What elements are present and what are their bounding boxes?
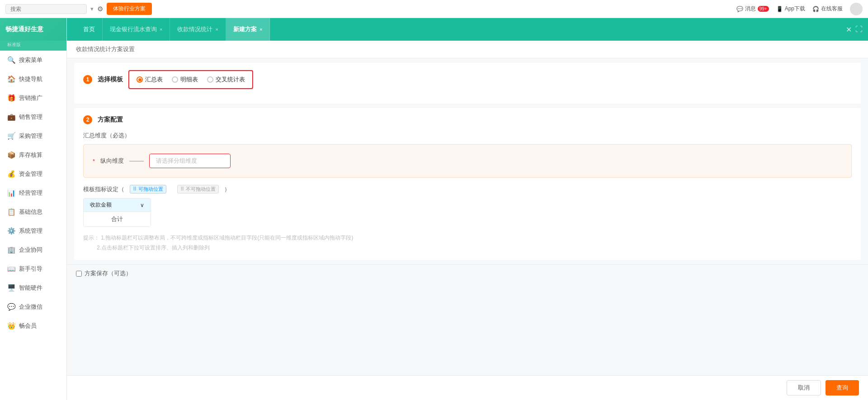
indicator-col-label: 收款金额 bbox=[90, 201, 112, 209]
sidebar-item-quick-nav[interactable]: 🏠 快捷导航 bbox=[0, 70, 66, 89]
save-row: 方案保存（可选） bbox=[67, 264, 868, 282]
sidebar-item-system[interactable]: ⚙️ 系统管理 bbox=[0, 221, 66, 240]
search-chevron-icon[interactable]: ▾ bbox=[90, 5, 94, 12]
gear-icon[interactable]: ⚙ bbox=[97, 5, 103, 13]
sidebar-item-capital[interactable]: 💰 资金管理 bbox=[0, 165, 66, 184]
tab-collection-stat-close[interactable]: × bbox=[215, 27, 218, 32]
cancel-button[interactable]: 取消 bbox=[787, 380, 821, 395]
tab-new-plan-close[interactable]: × bbox=[259, 27, 262, 32]
notification-item[interactable]: 💬 消息 99+ bbox=[736, 5, 769, 13]
sidebar-item-label: 搜索菜单 bbox=[19, 56, 42, 64]
dim-field-label: 纵向维度 bbox=[100, 157, 124, 165]
page-content: 收款情况统计方案设置 1 选择模板 汇总表 明细表 bbox=[67, 41, 868, 375]
step1-label: 选择模板 bbox=[98, 75, 123, 84]
dim-area: * 纵向维度 —— 请选择分组维度 bbox=[83, 144, 852, 178]
sidebar-item-label: 经营管理 bbox=[19, 189, 42, 197]
indicator-chevron-icon: ∨ bbox=[140, 202, 144, 208]
sidebar-item-label: 采购管理 bbox=[19, 132, 42, 140]
sidebar-item-label: 系统管理 bbox=[19, 227, 42, 235]
notification-badge: 99+ bbox=[758, 6, 769, 12]
sidebar-item-sales[interactable]: 💼 销售管理 bbox=[0, 108, 66, 127]
indicator-table-cell: 合计 bbox=[84, 212, 151, 226]
tab-home[interactable]: 首页 bbox=[76, 18, 103, 41]
sidebar-item-label: 畅会员 bbox=[19, 322, 37, 330]
tips-area: 提示： 1.拖动标题栏可以调整布局，不可跨维度或指标区域拖动栏目字段(只能在同一… bbox=[83, 233, 852, 253]
step2-badge: 2 bbox=[83, 115, 92, 124]
dim-row: * 纵向维度 —— 请选择分组维度 bbox=[93, 154, 842, 168]
sidebar-item-guide[interactable]: 📖 新手引导 bbox=[0, 259, 66, 278]
tab-expand-btn[interactable]: ⛶ bbox=[855, 25, 863, 33]
no-drag-badge: ⠿ 不可拖动位置 bbox=[177, 185, 219, 193]
corp-icon: 🏢 bbox=[7, 246, 15, 254]
tab-bar-actions: ✕ ⛶ bbox=[846, 25, 868, 34]
sidebar-logo: 畅捷通好生意 bbox=[0, 18, 66, 41]
radio-cross-circle bbox=[207, 76, 213, 83]
service-item[interactable]: 🎧 在线客服 bbox=[812, 5, 843, 13]
industry-btn[interactable]: 体验行业方案 bbox=[107, 3, 152, 15]
sidebar-item-wechat[interactable]: 💬 企业微信 bbox=[0, 297, 66, 316]
download-item[interactable]: 📱 App下载 bbox=[776, 5, 805, 13]
sidebar-item-purchase[interactable]: 🛒 采购管理 bbox=[0, 127, 66, 146]
sidebar-item-label: 智能硬件 bbox=[19, 284, 42, 292]
tab-home-label: 首页 bbox=[83, 25, 95, 33]
operations-icon: 📊 bbox=[7, 189, 15, 197]
sidebar-item-label: 企业微信 bbox=[19, 303, 42, 311]
radio-cross-label: 交叉统计表 bbox=[216, 75, 245, 84]
required-star: * bbox=[93, 158, 95, 165]
member-icon: 👑 bbox=[7, 322, 15, 330]
sidebar-item-corp[interactable]: 🏢 企业协同 bbox=[0, 240, 66, 259]
sidebar-item-member[interactable]: 👑 畅会员 bbox=[0, 316, 66, 335]
no-drag-icon: ⠿ bbox=[180, 186, 184, 192]
indicator-label-end: ） bbox=[224, 185, 230, 193]
step2-card: 2 方案配置 汇总维度（必选） * 纵向维度 —— 请选择分组维度 模板指标设定… bbox=[74, 108, 861, 260]
query-button[interactable]: 查询 bbox=[826, 380, 859, 395]
radio-summary[interactable]: 汇总表 bbox=[137, 75, 163, 84]
sidebar-item-basic-info[interactable]: 📋 基础信息 bbox=[0, 202, 66, 221]
tip-1: 提示： 1.拖动标题栏可以调整布局，不可跨维度或指标区域拖动栏目字段(只能在同一… bbox=[83, 233, 852, 243]
purchase-icon: 🛒 bbox=[7, 132, 15, 140]
save-checkbox[interactable] bbox=[76, 271, 82, 277]
step1-row: 1 选择模板 汇总表 明细表 交叉统计表 bbox=[83, 70, 852, 89]
step1-badge: 1 bbox=[83, 75, 92, 84]
sidebar: 畅捷通好生意 标准版 🔍 搜索菜单 🏠 快捷导航 🎁 营销推广 💼 销售管理 🛒… bbox=[0, 18, 67, 400]
radio-detail[interactable]: 明细表 bbox=[172, 75, 198, 84]
sidebar-item-label: 新手引导 bbox=[19, 265, 42, 273]
tab-new-plan[interactable]: 新建方案 × bbox=[226, 18, 270, 41]
basic-info-icon: 📋 bbox=[7, 208, 15, 216]
tab-close-all-btn[interactable]: ✕ bbox=[846, 25, 852, 34]
indicator-table-header[interactable]: 收款金额 ∨ bbox=[84, 198, 151, 212]
breadcrumb: 收款情况统计方案设置 bbox=[76, 46, 135, 52]
wechat-icon: 💬 bbox=[7, 303, 15, 311]
sidebar-item-inventory[interactable]: 📦 库存核算 bbox=[0, 146, 66, 165]
guide-icon: 📖 bbox=[7, 265, 15, 273]
radio-summary-circle bbox=[137, 76, 143, 83]
sidebar-item-label: 快捷导航 bbox=[19, 75, 42, 83]
save-label: 方案保存（可选） bbox=[85, 269, 132, 278]
sidebar-item-hardware[interactable]: 🖥️ 智能硬件 bbox=[0, 278, 66, 297]
service-icon: 🎧 bbox=[812, 6, 819, 12]
sidebar-item-marketing[interactable]: 🎁 营销推广 bbox=[0, 89, 66, 108]
indicator-label: 模板指标设定（ bbox=[83, 185, 124, 193]
indicator-header: 模板指标设定（ ⠿ 可拖动位置 ⠿ 不可拖动位置 ） bbox=[83, 185, 852, 193]
sidebar-item-label: 资金管理 bbox=[19, 170, 42, 178]
sidebar-item-operations[interactable]: 📊 经营管理 bbox=[0, 184, 66, 202]
step2-label: 方案配置 bbox=[98, 116, 123, 124]
top-search-input[interactable] bbox=[5, 4, 87, 14]
indicator-table: 收款金额 ∨ 合计 bbox=[83, 198, 151, 227]
tab-collection-stat[interactable]: 收款情况统计 × bbox=[170, 18, 226, 41]
tab-bank-flow[interactable]: 现金银行流水查询 × bbox=[103, 18, 170, 41]
tab-bank-flow-label: 现金银行流水查询 bbox=[110, 25, 157, 33]
avatar[interactable] bbox=[850, 3, 863, 15]
radio-cross[interactable]: 交叉统计表 bbox=[207, 75, 245, 84]
step2-row: 2 方案配置 bbox=[83, 115, 852, 124]
main-layout: 畅捷通好生意 标准版 🔍 搜索菜单 🏠 快捷导航 🎁 营销推广 💼 销售管理 🛒… bbox=[0, 18, 868, 400]
tip-2: 2.点击标题栏下拉可设置排序、插入列和删除列 bbox=[83, 243, 852, 253]
tab-collection-stat-label: 收款情况统计 bbox=[177, 25, 212, 33]
dim-group-selector[interactable]: 请选择分组维度 bbox=[149, 154, 231, 168]
tab-bank-flow-close[interactable]: × bbox=[160, 27, 162, 32]
sidebar-item-search-menu[interactable]: 🔍 搜索菜单 bbox=[0, 51, 66, 70]
download-icon: 📱 bbox=[776, 6, 783, 12]
hardware-icon: 🖥️ bbox=[7, 284, 15, 292]
sidebar-item-label: 基础信息 bbox=[19, 208, 42, 216]
content-area: 首页 现金银行流水查询 × 收款情况统计 × 新建方案 × ✕ ⛶ bbox=[67, 18, 868, 400]
